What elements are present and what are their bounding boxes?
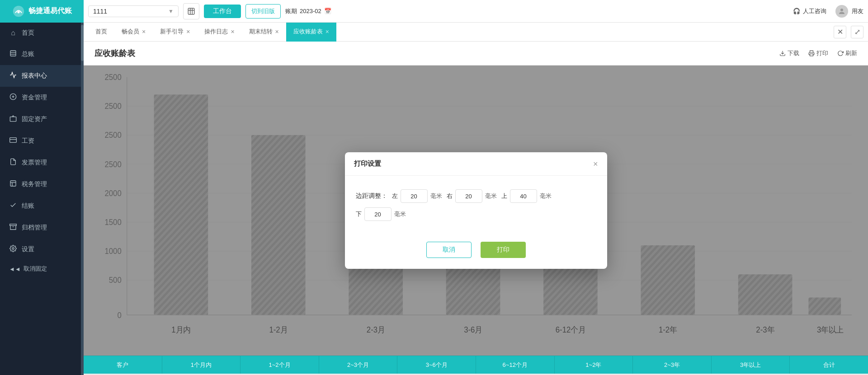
right-label: 右 (447, 192, 453, 200)
download-label: 下载 (788, 49, 799, 57)
user-name: 用友 (852, 7, 863, 15)
chevron-down-icon: ▼ (168, 8, 174, 14)
sidebar-item-home[interactable]: ⌂ 首页 (0, 23, 84, 43)
tab-member[interactable]: 畅会员 × (114, 23, 153, 42)
margin-label: 边距调整： (356, 192, 387, 200)
tab-period-end[interactable]: 期末结转 × (242, 23, 286, 42)
modal-header: 打印设置 × (345, 152, 607, 176)
top-margin-input[interactable] (510, 189, 537, 203)
tab-member-label: 畅会员 (122, 28, 139, 36)
right-margin-input[interactable] (455, 189, 482, 203)
calendar-icon[interactable]: 📅 (324, 8, 331, 14)
period-area: 账期 2023-02 📅 (285, 7, 331, 15)
tab-fullscreen-button[interactable]: ⤢ (851, 26, 863, 38)
tab-guide-close[interactable]: × (186, 28, 190, 35)
header-right: 🎧 人工咨询 用友 (793, 5, 863, 18)
sidebar-item-ledger[interactable]: 总账 (0, 43, 84, 65)
payroll-icon (9, 136, 17, 145)
company-settings-icon[interactable] (183, 3, 199, 19)
tab-close-all-button[interactable]: ✕ (834, 26, 846, 38)
sidebar-item-label: 总账 (22, 50, 34, 58)
sidebar-item-label: 首页 (22, 29, 34, 37)
sidebar-item-tax[interactable]: 税务管理 (0, 173, 84, 195)
sidebar-item-label: 设置 (22, 245, 34, 253)
download-button[interactable]: 下载 (779, 49, 799, 57)
tab-log[interactable]: 操作日志 × (197, 23, 241, 42)
modal-cancel-button[interactable]: 取消 (426, 242, 472, 258)
sidebar-item-label: 发票管理 (22, 159, 47, 167)
modal-footer: 取消 打印 (345, 234, 607, 269)
svg-rect-16 (10, 181, 16, 186)
reports-icon (9, 71, 17, 80)
col-3months: 2~3个月 (319, 356, 398, 374)
tab-member-close[interactable]: × (142, 28, 146, 35)
headset-icon: 🎧 (793, 8, 800, 14)
workbench-button[interactable]: 工作台 (204, 5, 241, 18)
margin-left-group: 左 毫米 (392, 189, 442, 203)
pin-icon: ◄◄ (9, 266, 21, 272)
modal-title: 打印设置 (354, 159, 381, 168)
consulting-button[interactable]: 🎧 人工咨询 (793, 7, 826, 15)
period-label: 账期 (285, 7, 297, 15)
sidebar-item-label: 结账 (22, 202, 34, 210)
tab-guide-label: 新手引导 (160, 28, 184, 36)
tabs-controls: ✕ ⤢ (834, 26, 863, 38)
cancel-fixed-label: 取消固定 (24, 265, 47, 273)
sidebar-item-settings[interactable]: 设置 (0, 239, 84, 260)
sidebar: ⌂ 首页 总账 报表中心 (0, 23, 84, 375)
tab-guide[interactable]: 新手引导 × (153, 23, 197, 42)
sidebar-item-label: 资金管理 (22, 94, 47, 102)
refresh-button[interactable]: 刷新 (837, 49, 857, 57)
margin-bottom-group: 下 毫米 (356, 207, 406, 221)
sidebar-item-payroll[interactable]: 工资 (0, 130, 84, 152)
sidebar-item-invoice[interactable]: 发票管理 (0, 152, 84, 173)
page-header: 应收账龄表 下载 (84, 42, 868, 66)
bottom-unit: 毫米 (394, 210, 406, 218)
sidebar-item-checkout[interactable]: 结账 (0, 195, 84, 217)
period-value: 2023-02 (300, 8, 321, 14)
consulting-label: 人工咨询 (803, 7, 826, 15)
margin-row: 边距调整： 左 毫米 右 毫米 (356, 189, 596, 221)
tab-log-label: 操作日志 (204, 28, 228, 36)
top-header: 畅捷通易代账 1111 ▼ 工作台 切到旧版 账期 2023-02 📅 🎧 人工… (0, 0, 868, 23)
tab-home[interactable]: 首页 (88, 23, 114, 42)
bottom-margin-input[interactable] (364, 207, 392, 221)
switch-version-button[interactable]: 切到旧版 (245, 4, 281, 19)
tab-ar-aging[interactable]: 应收账龄表 × (286, 23, 336, 42)
app-name: 畅捷通易代账 (28, 6, 72, 16)
sidebar-item-funds[interactable]: 资金管理 (0, 87, 84, 108)
left-margin-input[interactable] (401, 189, 428, 203)
refresh-icon (837, 50, 844, 56)
print-button[interactable]: 打印 (808, 49, 828, 57)
refresh-label: 刷新 (845, 49, 857, 57)
page-content: 应收账龄表 下载 (84, 42, 868, 375)
right-unit: 毫米 (485, 192, 497, 200)
tab-period-end-label: 期末结转 (249, 28, 273, 36)
margin-top-group: 上 毫米 (501, 189, 552, 203)
invoice-icon (9, 158, 17, 167)
logo-icon (12, 5, 25, 18)
cancel-fixed-button[interactable]: ◄◄ 取消固定 (0, 260, 84, 277)
modal-body: 边距调整： 左 毫米 右 毫米 (345, 176, 607, 234)
sidebar-item-archive[interactable]: 归档管理 (0, 217, 84, 239)
bottom-table-header: 客户 1个月内 1~2个月 2~3个月 3~6个月 6~12个月 (84, 356, 868, 374)
company-selector[interactable]: 1111 ▼ (88, 5, 179, 17)
col-over3years: 3年以上 (712, 356, 790, 374)
settings-icon (9, 245, 17, 254)
modal-print-button[interactable]: 打印 (481, 242, 526, 258)
modal-close-button[interactable]: × (593, 160, 598, 168)
col-3years: 2~3年 (633, 356, 712, 374)
sidebar-item-assets[interactable]: 固定资产 (0, 108, 84, 130)
sidebar-item-label: 税务管理 (22, 180, 47, 188)
svg-point-1 (17, 11, 19, 13)
sidebar-item-reports[interactable]: 报表中心 (0, 65, 84, 87)
tab-log-close[interactable]: × (231, 28, 234, 35)
tab-period-end-close[interactable]: × (275, 28, 279, 35)
svg-rect-2 (188, 8, 194, 14)
chart-wrapper: 2500 2500 2500 2500 2000 1500 1000 500 0 (84, 66, 868, 356)
page-title: 应收账龄表 (94, 48, 135, 59)
col-total: 合计 (790, 356, 868, 374)
tab-ar-aging-close[interactable]: × (326, 28, 329, 35)
user-area[interactable]: 用友 (835, 5, 863, 18)
tab-home-label: 首页 (95, 28, 107, 36)
